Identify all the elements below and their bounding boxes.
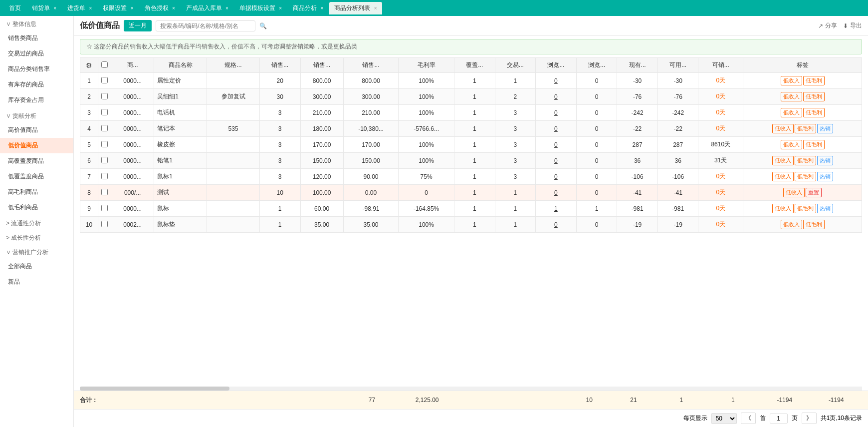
sidebar-group-growth[interactable]: > 成长性分析	[0, 230, 73, 244]
col-spec[interactable]: 规格...	[207, 58, 260, 73]
row-view1[interactable]: 0	[536, 185, 577, 201]
first-page-button[interactable]: 《	[741, 413, 756, 424]
row-view1[interactable]: 0	[536, 137, 577, 153]
row-view1[interactable]: 0	[536, 89, 577, 105]
sidebar-item-stock-fund[interactable]: 库存资金占用	[0, 92, 73, 108]
close-icon[interactable]: ×	[374, 5, 377, 11]
view-link[interactable]: 0	[554, 221, 558, 228]
sidebar-item-stock-products[interactable]: 有库存的商品	[0, 77, 73, 92]
row-checkbox[interactable]	[101, 141, 108, 147]
close-icon[interactable]: ×	[89, 5, 92, 11]
row-view1[interactable]: 0	[536, 169, 577, 185]
row-view1[interactable]: 0	[536, 121, 577, 137]
search-input[interactable]	[156, 20, 255, 31]
col-margin[interactable]: 毛利率	[399, 58, 454, 73]
close-icon[interactable]: ×	[279, 5, 282, 11]
row-view1[interactable]: 0	[536, 105, 577, 121]
sidebar-item-new-products[interactable]: 新品	[0, 274, 73, 290]
sidebar-group-marketing[interactable]: ∨ 营销推广分析	[0, 244, 73, 259]
col-available[interactable]: 可用...	[657, 58, 698, 73]
view-link[interactable]: 0	[554, 109, 558, 116]
nav-permission[interactable]: 权限设置 ×	[98, 2, 138, 14]
view-link[interactable]: 0	[554, 157, 558, 164]
col-trade[interactable]: 交易...	[495, 58, 536, 73]
sidebar-group-contribution[interactable]: ∨ 贡献分析	[0, 108, 73, 122]
nav-role[interactable]: 角色授权 ×	[140, 2, 180, 14]
sidebar-item-category-rate[interactable]: 商品分类销售率	[0, 61, 73, 77]
share-button[interactable]: ↗ 分享	[818, 21, 837, 30]
row-checkbox-cell[interactable]	[98, 153, 111, 169]
sidebar-item-high-value[interactable]: 高价值商品	[0, 122, 73, 138]
sidebar-item-low-coverage[interactable]: 低覆盖度商品	[0, 169, 73, 184]
close-icon[interactable]: ×	[320, 5, 323, 11]
col-code[interactable]: 商...	[111, 58, 154, 73]
sidebar-item-all-products[interactable]: 全部商品	[0, 259, 73, 274]
col-sellable[interactable]: 可销...	[698, 58, 743, 73]
close-icon[interactable]: ×	[131, 5, 134, 11]
sidebar-item-low-value[interactable]: 低价值商品	[0, 138, 73, 153]
nav-product-in[interactable]: 产成品入库单 ×	[181, 2, 233, 14]
nav-purchase[interactable]: 进货单 ×	[62, 2, 97, 14]
row-view1[interactable]: 0	[536, 217, 577, 233]
horizontal-scrollbar[interactable]	[80, 387, 862, 391]
close-icon[interactable]: ×	[172, 5, 175, 11]
sidebar-item-traded-products[interactable]: 交易过的商品	[0, 46, 73, 61]
row-checkbox-cell[interactable]	[98, 201, 111, 217]
scrollbar-thumb[interactable]	[80, 387, 229, 391]
time-filter-button[interactable]: 近一月	[124, 20, 152, 31]
view-link[interactable]: 0	[554, 173, 558, 180]
sidebar-item-sales-products[interactable]: 销售类商品	[0, 30, 73, 46]
row-checkbox[interactable]	[101, 157, 108, 163]
export-button[interactable]: ⬇ 导出	[843, 21, 862, 30]
col-tags[interactable]: 标签	[743, 58, 862, 73]
check-all-input[interactable]	[101, 61, 108, 68]
page-size-select[interactable]: 50 100 200	[711, 413, 737, 424]
col-sales3[interactable]: 销售...	[343, 58, 399, 73]
view-link[interactable]: 0	[554, 125, 558, 132]
col-gear[interactable]: ⚙	[80, 58, 98, 73]
col-current-stock[interactable]: 现有...	[617, 58, 658, 73]
nav-sales[interactable]: 销货单 ×	[27, 2, 61, 14]
row-checkbox[interactable]	[101, 173, 108, 179]
nav-home[interactable]: 首页	[4, 2, 26, 14]
page-number-input[interactable]	[770, 414, 788, 424]
row-view1[interactable]: 0	[536, 73, 577, 89]
row-checkbox-cell[interactable]	[98, 105, 111, 121]
row-checkbox-cell[interactable]	[98, 169, 111, 185]
search-icon[interactable]: 🔍	[259, 22, 267, 29]
view-link[interactable]: 0	[554, 93, 558, 100]
sidebar-group-flow[interactable]: > 流通性分析	[0, 215, 73, 230]
nav-product-analysis[interactable]: 商品分析 ×	[288, 2, 328, 14]
row-checkbox-cell[interactable]	[98, 121, 111, 137]
row-checkbox[interactable]	[101, 109, 108, 115]
col-view1[interactable]: 浏览...	[536, 58, 577, 73]
col-view2[interactable]: 浏览...	[576, 58, 617, 73]
last-page-button[interactable]: 》	[802, 413, 817, 424]
row-checkbox[interactable]	[101, 189, 108, 195]
sidebar-group-overall[interactable]: ∨ 整体信息	[0, 16, 73, 30]
row-view1[interactable]: 0	[536, 153, 577, 169]
sidebar-item-high-margin[interactable]: 高毛利商品	[0, 184, 73, 200]
row-checkbox-cell[interactable]	[98, 137, 111, 153]
row-view1[interactable]: 1	[536, 201, 577, 217]
row-checkbox[interactable]	[101, 125, 108, 131]
nav-product-analysis-list[interactable]: 商品分析列表 ×	[329, 2, 382, 14]
row-checkbox-cell[interactable]	[98, 217, 111, 233]
col-coverage[interactable]: 覆盖...	[454, 58, 495, 73]
row-checkbox[interactable]	[101, 93, 108, 99]
close-icon[interactable]: ×	[225, 5, 228, 11]
row-checkbox-cell[interactable]	[98, 185, 111, 201]
view-link[interactable]: 0	[554, 77, 558, 84]
row-checkbox[interactable]	[101, 221, 108, 227]
row-checkbox-cell[interactable]	[98, 89, 111, 105]
row-checkbox[interactable]	[101, 205, 108, 211]
col-sales1[interactable]: 销售...	[259, 58, 300, 73]
close-icon[interactable]: ×	[53, 5, 56, 11]
col-sales2[interactable]: 销售...	[300, 58, 343, 73]
col-check-all[interactable]	[98, 58, 111, 73]
row-checkbox-cell[interactable]	[98, 73, 111, 89]
nav-template[interactable]: 单据模板设置 ×	[234, 2, 287, 14]
sidebar-item-low-margin[interactable]: 低毛利商品	[0, 200, 73, 215]
view-link[interactable]: 1	[554, 205, 558, 212]
row-checkbox[interactable]	[101, 77, 108, 83]
